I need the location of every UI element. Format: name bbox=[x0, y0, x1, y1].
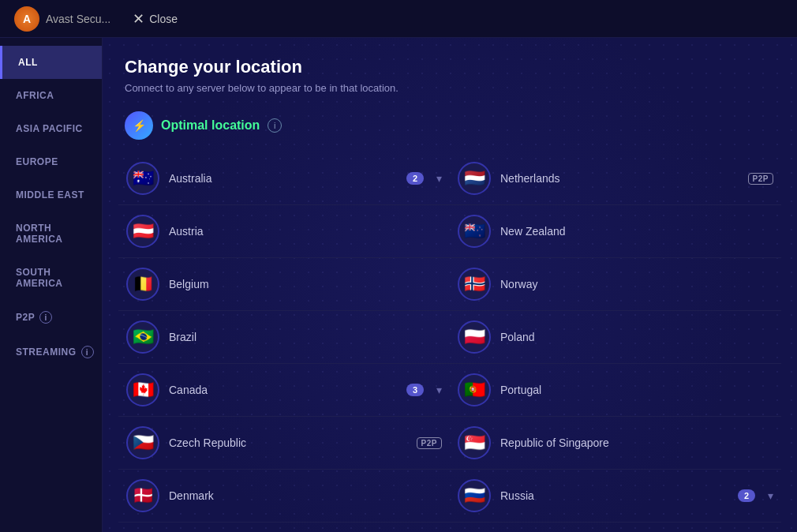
country-name-portugal: Portugal bbox=[500, 384, 773, 396]
flag-brazil: 🇧🇷 bbox=[126, 320, 159, 354]
top-bar: A Avast Secu... ✕ Close bbox=[0, 0, 797, 38]
sidebar-item-north-america[interactable]: NORTH AMERICA bbox=[0, 212, 102, 256]
country-item-poland[interactable]: 🇵🇱 Poland bbox=[450, 311, 781, 364]
country-name-netherlands: Netherlands bbox=[500, 172, 739, 185]
p2p-info-icon[interactable]: i bbox=[39, 311, 52, 324]
optimal-info-icon[interactable]: i bbox=[268, 118, 282, 133]
country-item-australia[interactable]: 🇦🇺 Australia 2 ▾ bbox=[118, 152, 450, 205]
country-name-australia: Australia bbox=[169, 172, 397, 185]
app-logo: A bbox=[14, 6, 39, 32]
flag-czech-republic: 🇨🇿 bbox=[126, 426, 159, 459]
flag-netherlands: 🇳🇱 bbox=[458, 162, 491, 195]
optimal-label: Optimal location bbox=[161, 118, 260, 133]
country-item-russia[interactable]: 🇷🇺 Russia 2 ▾ bbox=[450, 470, 781, 523]
sidebar-item-p2p[interactable]: P2P i bbox=[0, 300, 102, 335]
country-grid: 🇦🇺 Australia 2 ▾ 🇳🇱 Netherlands P2P 🇦🇹 A… bbox=[118, 152, 781, 532]
country-name-canada: Canada bbox=[169, 384, 397, 396]
country-item-brazil[interactable]: 🇧🇷 Brazil bbox=[118, 311, 450, 364]
main-content: ALL AFRICA ASIA PACIFIC EUROPE MIDDLE EA… bbox=[0, 38, 797, 532]
sidebar: ALL AFRICA ASIA PACIFIC EUROPE MIDDLE EA… bbox=[0, 38, 103, 532]
country-name-norway: Norway bbox=[500, 278, 773, 290]
expand-icon-canada: ▾ bbox=[436, 384, 442, 396]
close-icon: ✕ bbox=[133, 12, 144, 26]
sidebar-item-all[interactable]: ALL bbox=[0, 46, 102, 79]
country-name-czech-republic: Czech Republic bbox=[169, 436, 407, 449]
country-name-brazil: Brazil bbox=[169, 331, 442, 343]
country-list: 🇦🇺 Australia 2 ▾ 🇳🇱 Netherlands P2P 🇦🇹 A… bbox=[103, 152, 797, 532]
flag-austria: 🇦🇹 bbox=[126, 215, 159, 248]
flag-poland: 🇵🇱 bbox=[458, 320, 491, 354]
streaming-info-icon[interactable]: i bbox=[81, 346, 94, 358]
p2p-badge-netherlands: P2P bbox=[748, 173, 773, 185]
app-name-label: Avast Secu... bbox=[46, 13, 110, 25]
flag-australia: 🇦🇺 bbox=[126, 162, 159, 195]
content-area: Change your location Connect to any serv… bbox=[103, 38, 797, 532]
p2p-badge-czech: P2P bbox=[417, 437, 442, 449]
flag-belgium: 🇧🇪 bbox=[126, 268, 159, 301]
p2p-label: P2P bbox=[16, 312, 35, 323]
country-name-belgium: Belgium bbox=[169, 278, 442, 290]
country-item-south-africa[interactable]: 🇿🇦 South Africa bbox=[450, 523, 781, 532]
country-name-austria: Austria bbox=[169, 225, 442, 238]
flag-new-zealand: 🇳🇿 bbox=[458, 215, 491, 248]
flag-singapore: 🇸🇬 bbox=[458, 426, 491, 459]
flag-portugal: 🇵🇹 bbox=[458, 373, 491, 406]
server-count-australia: 2 bbox=[406, 172, 424, 185]
country-item-belgium[interactable]: 🇧🇪 Belgium bbox=[118, 258, 450, 311]
country-name-poland: Poland bbox=[500, 331, 773, 343]
flag-russia: 🇷🇺 bbox=[458, 479, 491, 512]
optimal-location[interactable]: Optimal location i bbox=[103, 103, 797, 152]
country-item-austria[interactable]: 🇦🇹 Austria bbox=[118, 205, 450, 258]
expand-icon-russia: ▾ bbox=[768, 489, 773, 502]
close-label: Close bbox=[149, 13, 178, 25]
content-header: Change your location Connect to any serv… bbox=[103, 38, 797, 103]
server-count-canada: 3 bbox=[406, 384, 424, 396]
country-item-new-zealand[interactable]: 🇳🇿 New Zealand bbox=[450, 205, 781, 258]
country-item-denmark[interactable]: 🇩🇰 Denmark bbox=[118, 470, 450, 523]
flag-canada: 🇨🇦 bbox=[126, 373, 159, 406]
country-item-canada[interactable]: 🇨🇦 Canada 3 ▾ bbox=[118, 364, 450, 417]
sidebar-item-africa[interactable]: AFRICA bbox=[0, 79, 102, 112]
country-item-finland[interactable]: 🇫🇮 Finland bbox=[118, 523, 450, 532]
close-button[interactable]: ✕ Close bbox=[126, 9, 184, 29]
country-name-russia: Russia bbox=[500, 489, 728, 502]
expand-icon-australia: ▾ bbox=[436, 172, 442, 185]
country-item-norway[interactable]: 🇳🇴 Norway bbox=[450, 258, 781, 311]
sidebar-item-middle-east[interactable]: MIDDLE EAST bbox=[0, 178, 102, 212]
page-title: Change your location bbox=[125, 57, 775, 77]
server-count-russia: 2 bbox=[738, 489, 755, 502]
country-item-portugal[interactable]: 🇵🇹 Portugal bbox=[450, 364, 781, 417]
sidebar-item-south-america[interactable]: SOUTH AMERICA bbox=[0, 256, 102, 300]
flag-denmark: 🇩🇰 bbox=[126, 479, 159, 512]
country-item-netherlands[interactable]: 🇳🇱 Netherlands P2P bbox=[450, 152, 781, 205]
optimal-icon bbox=[125, 111, 153, 140]
country-name-singapore: Republic of Singapore bbox=[500, 436, 773, 449]
country-name-denmark: Denmark bbox=[169, 489, 442, 502]
sidebar-item-asia-pacific[interactable]: ASIA PACIFIC bbox=[0, 112, 102, 145]
flag-norway: 🇳🇴 bbox=[458, 268, 491, 301]
sidebar-item-streaming[interactable]: STREAMING i bbox=[0, 335, 102, 369]
streaming-label: STREAMING bbox=[16, 347, 77, 358]
page-subtitle: Connect to any server below to appear to… bbox=[125, 82, 775, 94]
country-name-new-zealand: New Zealand bbox=[500, 225, 773, 238]
sidebar-item-europe[interactable]: EUROPE bbox=[0, 145, 102, 178]
country-item-czech-republic[interactable]: 🇨🇿 Czech Republic P2P bbox=[118, 417, 450, 470]
country-item-singapore[interactable]: 🇸🇬 Republic of Singapore bbox=[450, 417, 781, 470]
